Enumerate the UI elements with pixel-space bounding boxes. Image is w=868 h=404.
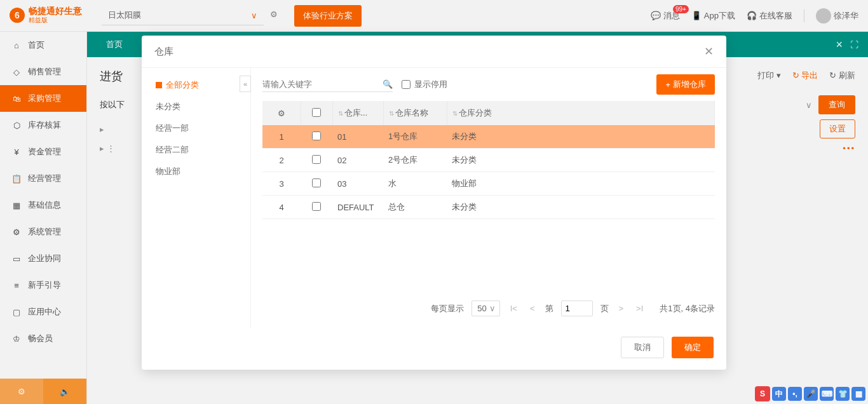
chevron-down-icon: ∨ bbox=[489, 304, 496, 313]
show-disabled-checkbox[interactable]: 显示停用 bbox=[402, 79, 447, 90]
col-category[interactable]: ⇅仓库分类 bbox=[447, 101, 715, 125]
warehouse-modal: 仓库 ✕ 全部分类 未分类 经营一部 经营二部 物业部 « 🔍 bbox=[142, 36, 726, 370]
ime-lang-button[interactable]: 中 bbox=[772, 387, 786, 401]
category-item[interactable]: 物业部 bbox=[142, 161, 250, 182]
search-input[interactable] bbox=[262, 79, 383, 89]
page-summary: 共1页, 4条记录 bbox=[660, 303, 715, 314]
per-page-label: 每页显示 bbox=[431, 303, 464, 314]
col-checkbox bbox=[301, 101, 332, 125]
modal-right: 🔍 显示停用 +新增仓库 ⚙ ⇅仓库... ⇅仓库名称 bbox=[251, 68, 726, 328]
table-row[interactable]: 1 01 1号仓库 未分类 bbox=[262, 125, 715, 149]
search-box: 🔍 bbox=[262, 77, 393, 92]
table-row[interactable]: 2 02 2号仓库 未分类 bbox=[262, 149, 715, 172]
row-checkbox[interactable] bbox=[312, 155, 321, 164]
pagination: 每页显示 50 ∨ I< < 第 页 > >I 共1页, 4条记录 bbox=[262, 289, 715, 328]
category-item[interactable]: 经营二部 bbox=[142, 139, 250, 161]
row-checkbox[interactable] bbox=[312, 202, 321, 211]
per-page-select[interactable]: 50 ∨ bbox=[471, 300, 499, 316]
row-checkbox[interactable] bbox=[312, 131, 321, 140]
next-page-button[interactable]: > bbox=[616, 304, 627, 313]
table-row[interactable]: 3 03 水 物业部 bbox=[262, 172, 715, 196]
ime-mic-button[interactable]: 🎤 bbox=[804, 387, 818, 401]
warehouse-table: ⚙ ⇅仓库... ⇅仓库名称 ⇅仓库分类 1 01 1号仓库 bbox=[262, 101, 715, 219]
sort-icon: ⇅ bbox=[389, 110, 394, 117]
modal-header: 仓库 ✕ bbox=[142, 36, 726, 67]
sort-icon: ⇅ bbox=[452, 110, 458, 117]
modal-footer: 取消 确定 bbox=[142, 328, 726, 370]
add-warehouse-button[interactable]: +新增仓库 bbox=[656, 74, 715, 95]
category-panel: 全部分类 未分类 经营一部 经营二部 物业部 « bbox=[142, 68, 251, 328]
last-page-button[interactable]: >I bbox=[634, 304, 646, 313]
col-name[interactable]: ⇅仓库名称 bbox=[383, 101, 447, 125]
checkbox[interactable] bbox=[402, 80, 410, 89]
sort-icon: ⇅ bbox=[338, 110, 343, 117]
modal-overlay: 仓库 ✕ 全部分类 未分类 经营一部 经营二部 物业部 « 🔍 bbox=[0, 0, 868, 404]
ime-skin-button[interactable]: 👕 bbox=[836, 387, 850, 401]
category-item[interactable]: 未分类 bbox=[142, 96, 250, 118]
ime-bar: S 中 •, 🎤 ⌨ 👕 ▦ bbox=[755, 386, 865, 401]
plus-icon: + bbox=[665, 80, 670, 90]
gear-icon: ⚙ bbox=[278, 109, 285, 118]
close-icon[interactable]: ✕ bbox=[704, 44, 714, 58]
collapse-panel-button[interactable]: « bbox=[240, 76, 251, 92]
category-all[interactable]: 全部分类 bbox=[142, 74, 250, 96]
ime-sogou-icon[interactable]: S bbox=[755, 386, 770, 401]
col-gear[interactable]: ⚙ bbox=[262, 101, 301, 125]
ime-keyboard-button[interactable]: ⌨ bbox=[820, 387, 834, 401]
prev-page-button[interactable]: < bbox=[527, 304, 538, 313]
first-page-button[interactable]: I< bbox=[508, 304, 520, 313]
search-row: 🔍 显示停用 +新增仓库 bbox=[262, 74, 715, 95]
row-checkbox[interactable] bbox=[312, 178, 321, 187]
table-row[interactable]: 4 DEFAULT 总仓 未分类 bbox=[262, 196, 715, 219]
ime-grid-button[interactable]: ▦ bbox=[851, 387, 865, 401]
search-icon[interactable]: 🔍 bbox=[383, 79, 393, 89]
modal-title: 仓库 bbox=[154, 46, 173, 58]
ime-punct-button[interactable]: •, bbox=[788, 387, 802, 401]
cancel-button[interactable]: 取消 bbox=[621, 337, 664, 358]
confirm-button[interactable]: 确定 bbox=[672, 337, 714, 358]
category-item[interactable]: 经营一部 bbox=[142, 118, 250, 139]
page-input[interactable] bbox=[561, 300, 593, 316]
col-code[interactable]: ⇅仓库... bbox=[332, 101, 383, 125]
select-all-checkbox[interactable] bbox=[312, 108, 321, 117]
